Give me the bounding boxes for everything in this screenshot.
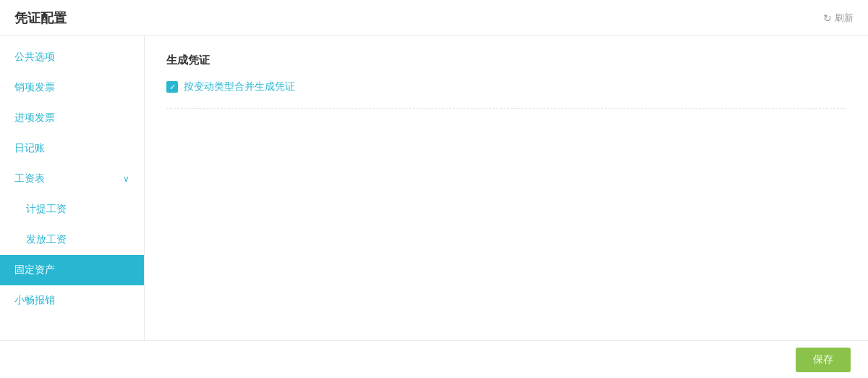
checkbox-row: ✓ 按变动类型合并生成凭证 <box>166 80 846 93</box>
sidebar-item-accrual-salary[interactable]: 计提工资 <box>0 194 144 224</box>
sidebar-item-label: 公共选项 <box>14 51 55 64</box>
sidebar-item-pay-salary[interactable]: 发放工资 <box>0 224 144 255</box>
sidebar-item-public-options[interactable]: 公共选项 <box>0 42 144 72</box>
main-content: 生成凭证 ✓ 按变动类型合并生成凭证 <box>145 36 868 340</box>
section-title: 生成凭证 <box>166 54 846 67</box>
sidebar-item-label: 固定资产 <box>14 264 55 277</box>
sidebar-item-sales-invoice[interactable]: 销项发票 <box>0 72 144 103</box>
sidebar-item-label: 日记账 <box>14 142 45 155</box>
sidebar-item-journal[interactable]: 日记账 <box>0 133 144 164</box>
section-divider <box>166 108 846 109</box>
sidebar-item-label: 销项发票 <box>14 81 55 94</box>
sidebar: 公共选项 销项发票 进项发票 日记账 工资表 ∨ 计提工资 发放工资 固定资 <box>0 36 145 340</box>
sidebar-item-label: 发放工资 <box>26 233 67 246</box>
sidebar-item-label: 进项发票 <box>14 112 55 125</box>
merge-by-type-checkbox[interactable]: ✓ <box>166 81 178 93</box>
page-body: 公共选项 销项发票 进项发票 日记账 工资表 ∨ 计提工资 发放工资 固定资 <box>0 36 868 340</box>
save-button[interactable]: 保存 <box>796 348 851 372</box>
sidebar-item-label: 工资表 <box>14 172 45 185</box>
sidebar-item-petty-expense[interactable]: 小畅报销 <box>0 285 144 316</box>
page-title: 凭证配置 <box>14 9 67 27</box>
page-header: 凭证配置 ↻ 刷新 <box>0 0 868 36</box>
refresh-icon: ↻ <box>823 12 832 24</box>
sidebar-item-salary-sheet[interactable]: 工资表 ∨ <box>0 164 144 194</box>
sidebar-item-purchase-invoice[interactable]: 进项发票 <box>0 103 144 133</box>
sidebar-item-label: 计提工资 <box>26 203 67 216</box>
sidebar-item-fixed-assets[interactable]: 固定资产 <box>0 255 144 285</box>
page-footer: 保存 <box>0 340 868 378</box>
refresh-button[interactable]: ↻ 刷新 <box>823 12 854 25</box>
chevron-down-icon: ∨ <box>123 174 129 184</box>
page-container: 凭证配置 ↻ 刷新 公共选项 销项发票 进项发票 日记账 工资表 ∨ <box>0 0 868 378</box>
sidebar-item-label: 小畅报销 <box>14 294 55 307</box>
checkbox-label: 按变动类型合并生成凭证 <box>184 80 295 93</box>
checkmark-icon: ✓ <box>169 83 176 91</box>
refresh-label: 刷新 <box>835 12 854 25</box>
